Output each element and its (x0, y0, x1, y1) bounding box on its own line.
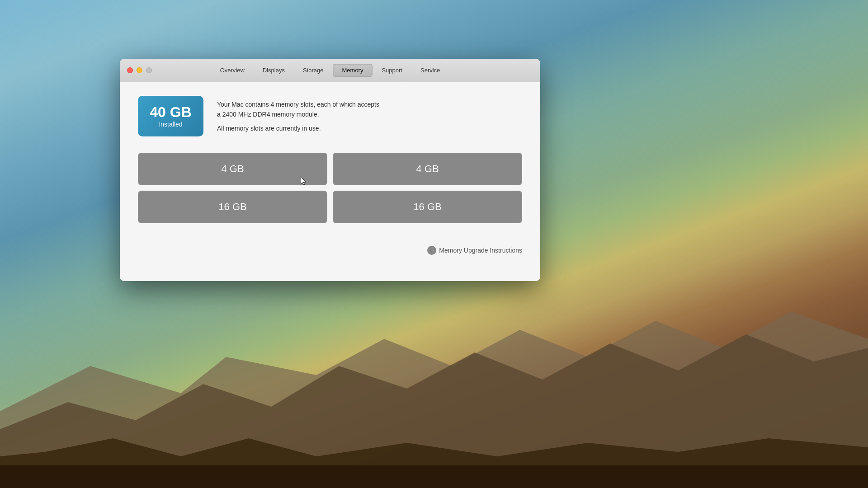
tab-service[interactable]: Service (411, 64, 449, 76)
content-area: 40 GB Installed Your Mac contains 4 memo… (120, 82, 540, 281)
memory-slot-1: 4 GB (138, 153, 327, 185)
tab-memory[interactable]: Memory (333, 64, 373, 77)
close-button[interactable] (127, 67, 133, 73)
top-section: 40 GB Installed Your Mac contains 4 memo… (138, 96, 522, 137)
memory-upgrade-link[interactable]: → Memory Upgrade Instructions (427, 246, 522, 255)
memory-slot-2: 4 GB (333, 153, 522, 185)
about-this-mac-window: Overview Displays Storage Memory Support… (120, 59, 540, 281)
memory-slot-4: 16 GB (333, 191, 522, 223)
traffic-lights (127, 67, 152, 73)
tab-overview[interactable]: Overview (211, 64, 254, 76)
footer-section: → Memory Upgrade Instructions (138, 241, 522, 255)
tab-support[interactable]: Support (373, 64, 411, 76)
memory-amount: 40 GB (150, 104, 191, 120)
memory-badge: 40 GB Installed (138, 96, 203, 136)
description-line2: a 2400 MHz DDR4 memory module. (217, 111, 319, 118)
description-line3: All memory slots are currently in use. (217, 123, 379, 133)
memory-slot-3: 16 GB (138, 191, 327, 223)
description-line1: Your Mac contains 4 memory slots, each o… (217, 101, 379, 108)
upgrade-link-label: Memory Upgrade Instructions (439, 247, 522, 254)
memory-description: Your Mac contains 4 memory slots, each o… (217, 96, 379, 137)
minimize-button[interactable] (137, 67, 142, 73)
tab-bar: Overview Displays Storage Memory Support… (120, 59, 540, 82)
tab-displays[interactable]: Displays (254, 64, 294, 76)
maximize-button[interactable] (146, 67, 152, 73)
memory-badge-label: Installed (159, 121, 182, 128)
tab-storage[interactable]: Storage (294, 64, 333, 76)
memory-slots-grid: 4 GB 4 GB 16 GB 16 GB (138, 153, 522, 223)
title-bar: Overview Displays Storage Memory Support… (120, 59, 540, 82)
upgrade-link-icon: → (427, 246, 436, 255)
